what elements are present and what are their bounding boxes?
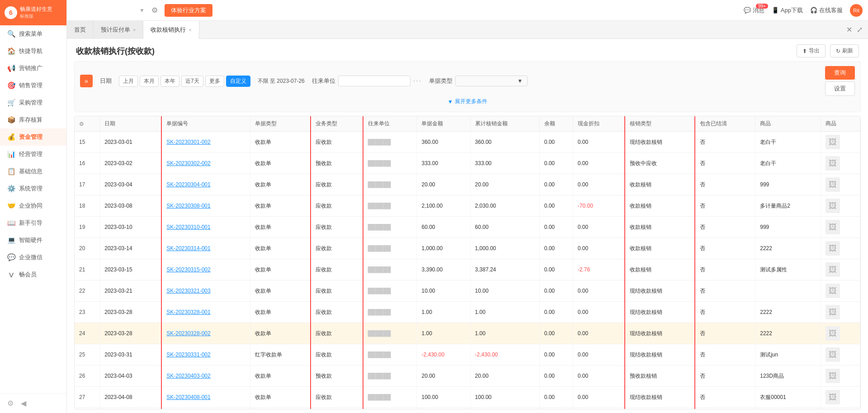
tab-close-pre-payable[interactable]: × — [133, 27, 136, 33]
sidebar-item-sales[interactable]: 🎯销售管理 — [0, 77, 66, 94]
export-button[interactable]: ⬆ 导出 — [797, 44, 826, 57]
filter-bar: » 日期 上月本月本年近7天更多自定义 不限 至 2023-07-26 往来单位… — [74, 61, 861, 112]
link-doc_no[interactable]: SK-20230310-001 — [166, 224, 210, 230]
link-doc_no[interactable]: SK-20230308-001 — [166, 203, 210, 209]
sidebar-item-member[interactable]: V畅会员 — [0, 266, 66, 283]
main-area: ▼ ⚙ 体验行业方案 💬 消息 99+ 📱 App下载 🎧 在线客服 Rit 首… — [67, 0, 868, 413]
table-settings-icon[interactable]: ⚙ — [79, 121, 84, 127]
sidebar-item-purchase[interactable]: 🛒采购管理 — [0, 94, 66, 111]
sidebar-item-operations[interactable]: 📊经营管理 — [0, 146, 66, 163]
col-header-cumulative: 累计核销金额 — [470, 116, 539, 132]
topbar-settings-icon[interactable]: ⚙ — [148, 4, 161, 17]
sidebar-item-label: 搜索菜单 — [19, 30, 42, 38]
cell-cumulative: 333.00 — [470, 153, 539, 174]
tab-close-collection-cancel[interactable]: × — [189, 27, 191, 33]
cell-balance: 0.00 — [539, 174, 573, 195]
query-button[interactable]: 查询 — [825, 66, 855, 80]
link-doc_no[interactable]: SK-20230408-001 — [166, 394, 210, 400]
cell-cash_discount: 0.00 — [573, 217, 624, 238]
close-all-tabs-icon[interactable]: ✕ — [846, 25, 852, 34]
filter-row-1: » 日期 上月本月本年近7天更多自定义 不限 至 2023-07-26 往来单位… — [80, 66, 855, 96]
cell-doc_no: SK-20230304-001 — [161, 174, 250, 195]
refresh-icon: ↻ — [836, 48, 840, 54]
cell-cash_discount: 0.00 — [573, 174, 624, 195]
cell-doc_type: 收款单 — [250, 280, 311, 302]
maximize-icon[interactable]: ⤢ — [857, 25, 863, 34]
link-doc_no[interactable]: SK-20230328-001 — [166, 309, 210, 315]
table-row: 242023-03-28SK-20230328-002收款单应收款██████1… — [75, 323, 860, 344]
tab-pre-payable[interactable]: 预计应付单× — [94, 21, 143, 39]
link-doc_no[interactable]: SK-20230302-002 — [166, 160, 210, 166]
messages-badge[interactable]: 💬 消息 99+ — [744, 6, 764, 14]
link-doc_no[interactable]: SK-20230314-001 — [166, 245, 210, 252]
date-btn-custom[interactable]: 自定义 — [226, 76, 250, 87]
doc-type-select[interactable]: ▼ — [455, 76, 528, 86]
cell-balance: 0.00 — [539, 408, 573, 410]
sidebar-item-label: 采购管理 — [19, 99, 42, 107]
topbar-dropdown-arrow[interactable]: ▼ — [139, 7, 145, 14]
cell-counterpart: ██████ — [363, 280, 417, 302]
date-btn-近7天[interactable]: 近7天 — [181, 76, 203, 87]
online-service[interactable]: 🎧 在线客服 — [810, 6, 843, 14]
cell-product: 123D商品 — [755, 366, 821, 387]
cell-cash_discount: -2.76 — [573, 259, 624, 280]
link-doc_no[interactable]: SK-20230315-002 — [166, 266, 210, 273]
cell-date: 2023-04-18 — [100, 408, 162, 410]
counterpart-input[interactable] — [338, 76, 410, 86]
sidebar-item-system[interactable]: ⚙️系统管理 — [0, 180, 66, 197]
date-btn-上月[interactable]: 上月 — [119, 76, 138, 87]
sidebar-item-hardware[interactable]: 💻智能硬件 — [0, 232, 66, 249]
settings-bottom-icon[interactable]: ⚙ — [7, 399, 14, 408]
link-doc_no[interactable]: SK-20230331-002 — [166, 351, 210, 358]
app-download[interactable]: 📱 App下载 — [772, 6, 803, 14]
refresh-button[interactable]: ↻ 刷新 — [830, 44, 859, 57]
cell-settings: 19 — [75, 217, 100, 238]
counterpart-dots[interactable]: ··· — [413, 77, 422, 85]
cell-date: 2023-03-04 — [100, 174, 162, 195]
filter-toggle-btn[interactable]: » — [80, 75, 93, 87]
cell-doc_type: 红字收款单 — [250, 344, 311, 366]
operations-icon: 📊 — [7, 150, 15, 158]
cell-date: 2023-03-14 — [100, 238, 162, 259]
product-thumb: 🖼 — [826, 347, 840, 362]
expand-more-btn[interactable]: ▼ 展开更多条件 — [80, 96, 855, 107]
link-doc_no[interactable]: SK-20230301-002 — [166, 139, 210, 145]
filter-setting-button[interactable]: 设置 — [825, 81, 855, 96]
sidebar-item-quick-nav[interactable]: 🏠快捷导航 — [0, 43, 66, 60]
sidebar-item-wechat[interactable]: 💬企业微信 — [0, 249, 66, 266]
date-btn-更多[interactable]: 更多 — [205, 76, 224, 87]
link-doc_no[interactable]: SK-20230403-002 — [166, 373, 210, 379]
content-header: 收款核销执行(按收款) ⬆ 导出 ↻ 刷新 — [67, 39, 868, 61]
cell-cancel_type: 现结收款核销 — [625, 280, 695, 302]
cell-doc_no: SK-20230308-001 — [161, 195, 250, 217]
date-btn-本月[interactable]: 本月 — [140, 76, 159, 87]
sidebar-item-inventory[interactable]: 📦库存核算 — [0, 111, 66, 128]
cell-biz_type: 应收款 — [311, 217, 363, 238]
cell-biz_type: 应收款 — [311, 344, 363, 366]
finance-icon: 💰 — [7, 133, 15, 141]
collapse-icon[interactable]: ◀ — [21, 399, 26, 408]
sidebar-item-enterprise[interactable]: 🤝企业协同 — [0, 197, 66, 214]
date-btn-本年[interactable]: 本年 — [160, 76, 179, 87]
sidebar-item-basic[interactable]: 📋基础信息 — [0, 163, 66, 180]
tab-collection-cancel[interactable]: 收款核销执行× — [143, 21, 199, 39]
user-avatar[interactable]: Rit — [850, 4, 863, 17]
cell-cash_discount: 0.00 — [573, 153, 624, 174]
sidebar-item-finance[interactable]: 💰资金管理 — [0, 128, 66, 146]
cell-cash_discount: 0.00 — [573, 302, 624, 323]
cell-counterpart: ██████ — [363, 259, 417, 280]
link-doc_no[interactable]: SK-20230321-003 — [166, 288, 210, 294]
link-doc_no[interactable]: SK-20230304-001 — [166, 181, 210, 188]
sidebar-item-guide[interactable]: 📖新手引导 — [0, 214, 66, 232]
sidebar-item-marketing[interactable]: 📢营销推广 — [0, 60, 66, 77]
cell-doc_type: 收款单 — [250, 408, 311, 410]
solution-button[interactable]: 体验行业方案 — [165, 4, 212, 17]
tab-home[interactable]: 首页 — [67, 21, 94, 39]
cell-product_img: 🖼 — [821, 344, 860, 366]
cell-product_img: 🖼 — [821, 302, 860, 323]
cell-cancel_type: 现结收款核销 — [625, 408, 695, 410]
cell-date: 2023-03-28 — [100, 302, 162, 323]
cell-balance: 0.00 — [539, 366, 573, 387]
link-doc_no[interactable]: SK-20230328-002 — [166, 330, 210, 337]
sidebar-item-search[interactable]: 🔍搜索菜单 — [0, 25, 66, 43]
